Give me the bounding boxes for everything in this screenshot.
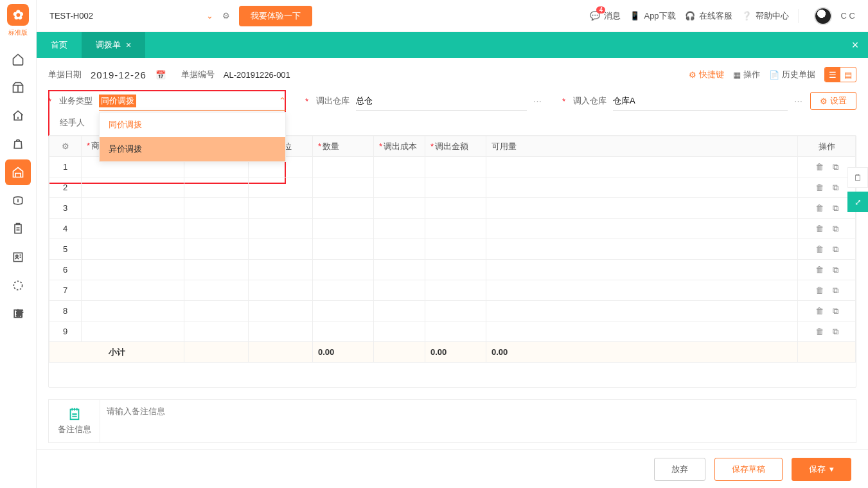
- out-wh-input[interactable]: [356, 91, 527, 111]
- notes-input[interactable]: [107, 406, 849, 416]
- app-download-button[interactable]: 📱 App下载: [630, 10, 675, 22]
- nav-contact-icon[interactable]: [5, 244, 31, 270]
- footer-actions: 放弃 保存草稿 保存▾: [37, 449, 868, 488]
- settings-button[interactable]: ⚙设置: [810, 92, 856, 110]
- copy-icon[interactable]: ⧉: [833, 224, 838, 234]
- chevron-down-icon: ⌄: [206, 11, 213, 21]
- store-selector[interactable]: TEST-H002 ⌄: [49, 11, 213, 21]
- user-avatar[interactable]: [814, 7, 832, 25]
- tab-transfer[interactable]: 调拨单 ×: [82, 32, 145, 58]
- experience-button[interactable]: 我要体验一下: [239, 6, 312, 26]
- col-settings-icon[interactable]: ⚙: [49, 136, 82, 157]
- delete-icon[interactable]: 🗑: [815, 183, 824, 193]
- table-row[interactable]: 5🗑⧉: [49, 239, 856, 260]
- close-icon[interactable]: ×: [126, 40, 131, 50]
- biz-type-select[interactable]: 同价调拨 ⌃ 同价调拨 异价调拨: [99, 91, 286, 111]
- copy-icon[interactable]: ⧉: [833, 162, 838, 172]
- page-tabs: 首页 调拨单 × ×: [37, 32, 868, 58]
- delete-icon[interactable]: 🗑: [815, 265, 824, 275]
- support-button[interactable]: 🎧 在线客服: [685, 10, 732, 22]
- delete-icon[interactable]: 🗑: [815, 285, 824, 296]
- table-row[interactable]: 7🗑⧉: [49, 280, 856, 301]
- nav-bag-icon[interactable]: [5, 131, 31, 157]
- biz-type-value: 同价调拨: [99, 95, 136, 107]
- shortcut-link[interactable]: ⚙快捷键: [689, 69, 724, 80]
- nav-money-icon[interactable]: [5, 188, 31, 213]
- app-logo: ✿: [7, 4, 29, 26]
- notes-section: 备注信息: [48, 399, 856, 443]
- nav-home-icon[interactable]: [5, 46, 31, 72]
- table-row[interactable]: 3🗑⧉: [49, 198, 856, 219]
- in-wh-label: 调入仓库: [573, 95, 607, 107]
- svg-point-4: [13, 281, 22, 289]
- phone-icon: 📱: [630, 11, 640, 21]
- delete-icon[interactable]: 🗑: [815, 327, 824, 337]
- float-expand-icon[interactable]: ⤢: [847, 192, 868, 212]
- date-label: 单据日期: [48, 69, 82, 80]
- table-row[interactable]: 6🗑⧉: [49, 260, 856, 280]
- nav-clipboard-icon[interactable]: [5, 216, 31, 242]
- table-row[interactable]: 8🗑⧉: [49, 301, 856, 321]
- help-label: 帮助中心: [756, 10, 789, 22]
- save-draft-button[interactable]: 保存草稿: [714, 458, 783, 481]
- copy-icon[interactable]: ⧉: [833, 183, 838, 193]
- app-download-label: App下载: [644, 10, 675, 22]
- nav-gift-icon[interactable]: [5, 75, 31, 100]
- grid-icon: ▦: [733, 70, 741, 80]
- copy-icon[interactable]: ⧉: [833, 306, 838, 316]
- tabs-close-all[interactable]: ×: [842, 32, 868, 58]
- help-button[interactable]: ❔ 帮助中心: [741, 10, 789, 22]
- copy-icon[interactable]: ⧉: [833, 203, 838, 213]
- doc-icon: 📄: [769, 70, 779, 80]
- copy-icon[interactable]: ⧉: [833, 244, 838, 255]
- ops-link[interactable]: ▦操作: [733, 69, 760, 80]
- col-op: 操作: [798, 136, 856, 157]
- messages-button[interactable]: 💬 消息 4: [590, 10, 621, 22]
- subtotal-qty: 0.00: [313, 342, 374, 363]
- gear-icon: ⚙: [820, 96, 828, 106]
- row-index: 5: [49, 239, 82, 260]
- docno-value: AL-20191226-001: [224, 70, 290, 80]
- delete-icon[interactable]: 🗑: [815, 162, 824, 172]
- table-row[interactable]: 2🗑⧉: [49, 177, 856, 198]
- gear-icon: ⚙: [689, 70, 696, 80]
- save-button[interactable]: 保存▾: [792, 458, 851, 481]
- dropdown-option-diff-price[interactable]: 异价调拨: [100, 137, 285, 161]
- store-settings-icon[interactable]: ⚙: [222, 11, 230, 21]
- date-value[interactable]: 2019-12-26: [91, 69, 146, 80]
- copy-icon[interactable]: ⧉: [833, 327, 838, 337]
- discard-button[interactable]: 放弃: [654, 458, 705, 481]
- nav-warehouse-icon[interactable]: [5, 159, 31, 185]
- handler-label: 经手人: [60, 117, 85, 129]
- delete-icon[interactable]: 🗑: [815, 203, 824, 213]
- ops-label: 操作: [743, 69, 760, 80]
- biz-type-field: * 业务类型 同价调拨 ⌃ 同价调拨 异价调拨: [48, 91, 286, 111]
- dropdown-option-same-price[interactable]: 同价调拨: [100, 113, 285, 137]
- copy-icon[interactable]: ⧉: [833, 285, 838, 296]
- more-icon[interactable]: ⋯: [533, 96, 543, 106]
- history-link[interactable]: 📄历史单据: [769, 69, 815, 80]
- settings-label: 设置: [830, 95, 847, 107]
- view-list-icon[interactable]: ☰: [825, 68, 840, 82]
- delete-icon[interactable]: 🗑: [815, 244, 824, 255]
- row-index: 8: [49, 301, 82, 321]
- delete-icon[interactable]: 🗑: [815, 306, 824, 316]
- table-row[interactable]: 9🗑⧉: [49, 321, 856, 342]
- out-wh-label: 调出仓库: [316, 95, 350, 107]
- table-row[interactable]: 4🗑⧉: [49, 219, 856, 239]
- more-icon[interactable]: ⋯: [794, 96, 804, 106]
- tab-home[interactable]: 首页: [37, 32, 82, 58]
- delete-icon[interactable]: 🗑: [815, 224, 824, 234]
- nav-new-icon[interactable]: 新: [5, 301, 31, 327]
- user-name: C C: [841, 11, 855, 21]
- nav-sync-icon[interactable]: [5, 273, 31, 298]
- save-label: 保存: [809, 464, 826, 475]
- in-wh-input[interactable]: [613, 91, 788, 111]
- calendar-icon[interactable]: 📅: [155, 70, 166, 80]
- svg-point-3: [16, 255, 18, 257]
- view-card-icon[interactable]: ▤: [840, 68, 856, 82]
- nav-in-icon[interactable]: [5, 103, 31, 129]
- float-note-icon[interactable]: 🗒: [847, 167, 868, 188]
- copy-icon[interactable]: ⧉: [833, 265, 838, 275]
- biz-type-label: 业务类型: [59, 95, 93, 107]
